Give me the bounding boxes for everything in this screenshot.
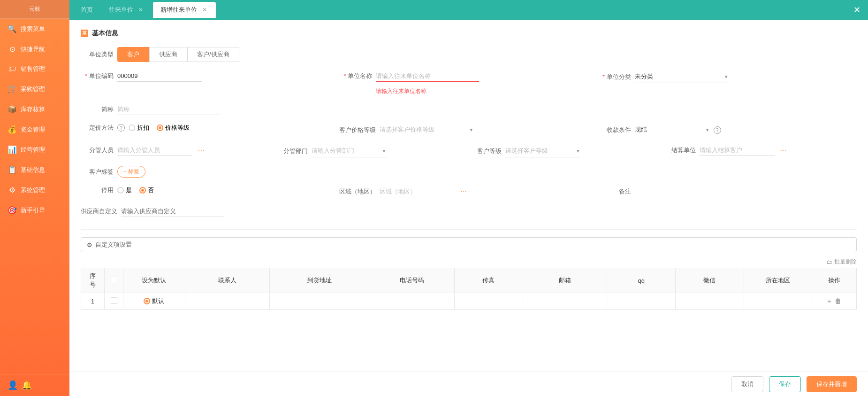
department-select[interactable]: 请输入分管部门 ▼ xyxy=(312,145,387,157)
select-all-checkbox[interactable] xyxy=(111,277,117,283)
add-tag-btn[interactable]: + 标签 xyxy=(117,166,145,178)
sidebar-item-guide[interactable]: 🎯 新手引导 xyxy=(0,200,69,220)
row-contact[interactable] xyxy=(185,293,269,310)
settlement-unit-field: 结算单位 ··· xyxy=(663,145,857,156)
pricing-discount-radio[interactable] xyxy=(129,124,135,131)
sidebar-item-quick-nav[interactable]: ⊙ 快捷导航 xyxy=(0,39,69,59)
save-and-new-button[interactable]: 保存并新增 xyxy=(807,376,857,392)
row-add-icon[interactable]: + xyxy=(827,297,831,305)
pricing-discount-option[interactable]: 折扣 xyxy=(129,124,149,132)
customer-level-label: 客户等级 xyxy=(469,147,502,155)
disabled-yes-radio[interactable] xyxy=(117,187,124,194)
settlement-unit-input[interactable] xyxy=(700,145,775,156)
tab-new-partner[interactable]: 新增往来单位 ✕ xyxy=(153,2,216,18)
row-wechat[interactable] xyxy=(676,293,744,310)
pricing-level-option[interactable]: 价格等级 xyxy=(157,124,190,132)
contacts-table: 序号 设为默认 联系人 到货地址 电话号码 传真 邮箱 qq 微信 所在地区 操… xyxy=(81,268,857,310)
region-input[interactable] xyxy=(380,186,455,197)
guide-icon: 🎯 xyxy=(8,206,17,215)
sidebar-item-search[interactable]: 🔍 搜索菜单 xyxy=(0,19,69,39)
manager-input[interactable] xyxy=(117,145,192,156)
col-qq: qq xyxy=(607,268,676,293)
row-delete-icon[interactable]: 🗑 xyxy=(835,297,841,305)
tab-partner[interactable]: 往来单位 ✕ xyxy=(101,2,152,18)
customer-price-level-placeholder: 请选择客户价格等级 xyxy=(380,125,467,134)
manager-field: 分管人员 ··· xyxy=(81,145,275,156)
unit-name-label: 单位名称 xyxy=(339,72,372,80)
save-button[interactable]: 保存 xyxy=(769,376,801,392)
customer-price-level-select[interactable]: 请选择客户价格等级 ▼ xyxy=(380,124,473,136)
disabled-no-option[interactable]: 否 xyxy=(139,186,154,194)
row-default: 默认 xyxy=(123,293,185,310)
customer-level-select[interactable]: 请选择客户等级 ▼ xyxy=(505,145,580,157)
sidebar-logo: 云账 xyxy=(0,0,69,19)
unit-type-supplier-btn[interactable]: 供应商 xyxy=(149,47,187,62)
wechat-input[interactable] xyxy=(695,298,723,305)
sidebar-item-basic-info[interactable]: 📋 基础信息 xyxy=(0,160,69,180)
sidebar-item-finance[interactable]: 💰 资金管理 xyxy=(0,119,69,140)
row-fax[interactable] xyxy=(454,293,523,310)
col-fax: 传真 xyxy=(454,268,523,293)
sidebar-item-sales[interactable]: 🏷 销售管理 xyxy=(0,59,69,79)
search-icon: 🔍 xyxy=(8,24,17,33)
region-more-btn[interactable]: ··· xyxy=(458,187,468,196)
row-checkbox[interactable] xyxy=(111,297,117,304)
tab-partner-close[interactable]: ✕ xyxy=(137,6,145,14)
tab-bar-close-all[interactable]: ✕ xyxy=(850,5,864,15)
unit-code-input[interactable] xyxy=(117,70,202,82)
batch-delete-icon: 🗂 xyxy=(827,259,832,265)
row-default-radio-item[interactable]: 默认 xyxy=(129,297,179,305)
qq-input[interactable] xyxy=(627,298,655,305)
unit-type-both-btn[interactable]: 客户/供应商 xyxy=(187,47,239,62)
customer-level-field: 客户等级 请选择客户等级 ▼ xyxy=(469,145,663,157)
tab-home-label: 首页 xyxy=(81,6,93,14)
disabled-no-radio[interactable] xyxy=(139,187,146,194)
disabled-yes-option[interactable]: 是 xyxy=(117,186,132,194)
contact-input[interactable] xyxy=(208,298,246,305)
row-address[interactable] xyxy=(269,293,370,310)
abbreviation-input[interactable] xyxy=(117,104,221,115)
supplier-custom-input[interactable] xyxy=(121,206,224,217)
cancel-button[interactable]: 取消 xyxy=(731,376,763,392)
row-qq[interactable] xyxy=(607,293,676,310)
sidebar-item-inventory[interactable]: 📦 库存核算 xyxy=(0,99,69,119)
fax-input[interactable] xyxy=(474,298,503,305)
payment-terms-value: 现结 xyxy=(635,125,703,134)
settlement-unit-more-btn[interactable]: ··· xyxy=(778,146,788,155)
remarks-input[interactable] xyxy=(635,186,776,197)
unit-name-input[interactable] xyxy=(376,70,479,82)
row-default-radio[interactable] xyxy=(144,298,150,304)
row-region[interactable] xyxy=(744,293,812,310)
sidebar-item-label: 快捷导航 xyxy=(21,45,45,54)
col-seq: 序号 xyxy=(81,268,105,293)
batch-delete[interactable]: 🗂 批量删除 xyxy=(81,258,857,266)
row-action-icons: + 🗑 xyxy=(818,297,851,305)
payment-terms-help[interactable]: ? xyxy=(714,126,721,134)
email-input[interactable] xyxy=(546,298,584,305)
unit-category-field: 单位分类 未分类 ▼ xyxy=(598,70,857,83)
disabled-radio-group: 是 否 xyxy=(117,186,154,194)
unit-category-value: 未分类 xyxy=(635,72,722,81)
col-email: 邮箱 xyxy=(523,268,607,293)
row-email[interactable] xyxy=(523,293,607,310)
custom-settings-btn[interactable]: ⚙ 自定义项设置 xyxy=(81,237,857,252)
address-input[interactable] xyxy=(296,298,343,305)
tab-new-partner-close[interactable]: ✕ xyxy=(201,6,208,14)
sidebar-bottom: 👤 🔔 xyxy=(0,374,69,396)
supplier-custom-label: 供应商自定义 xyxy=(81,207,117,216)
phone-input[interactable] xyxy=(393,298,431,305)
sidebar-item-operations[interactable]: 📊 经营管理 xyxy=(0,140,69,160)
manager-more-btn[interactable]: ··· xyxy=(196,146,206,155)
payment-terms-select[interactable]: 现结 ▼ xyxy=(635,124,710,136)
sidebar-item-system[interactable]: ⚙ 系统管理 xyxy=(0,180,69,200)
pricing-method-help[interactable]: ? xyxy=(117,124,125,132)
tab-home[interactable]: 首页 xyxy=(73,2,100,18)
sales-icon: 🏷 xyxy=(8,65,17,73)
sidebar-item-purchase[interactable]: 🛒 采购管理 xyxy=(0,79,69,99)
region-input[interactable] xyxy=(764,298,792,305)
unit-category-select[interactable]: 未分类 ▼ xyxy=(635,70,729,83)
pricing-level-radio[interactable] xyxy=(157,124,163,131)
add-tag-label: + 标签 xyxy=(123,168,139,176)
unit-type-customer-btn[interactable]: 客户 xyxy=(117,47,149,62)
row-phone[interactable] xyxy=(370,293,455,310)
